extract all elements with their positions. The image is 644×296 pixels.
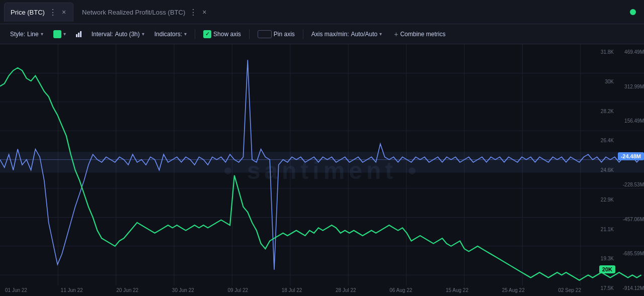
color-picker[interactable]: ▾ — [49, 28, 70, 40]
y-left-7: 19.3K — [586, 256, 614, 261]
nrpl-badge: -24.48M — [618, 152, 644, 160]
tab-nrpl-menu-icon[interactable]: ⋮ — [188, 7, 198, 18]
y-right-6: -685.59M — [615, 251, 644, 256]
axis-maxmin-chevron: ▾ — [379, 31, 382, 37]
tab-nrpl-label: Network Realized Profit/Loss (BTC) — [82, 9, 185, 16]
toolbar: Style: Line ▾ ▾ Interval: Auto (3h) ▾ In… — [0, 24, 644, 44]
tab-nrpl-btc[interactable]: Network Realized Profit/Loss (BTC) ⋮ × — [75, 3, 214, 22]
app-container: Price (BTC) ⋮ × Network Realized Profit/… — [0, 0, 644, 296]
x-label-10: 02 Sep 22 — [558, 287, 581, 293]
tab-nrpl-close-icon[interactable]: × — [201, 7, 207, 17]
y-left-1: 30K — [586, 79, 614, 84]
y-left-8: 17.5K — [586, 285, 614, 291]
y-axis-left: 31.8K 30K 28.2K 26.4K 24.6K 22.9K 21.1K … — [586, 44, 614, 296]
tab-price-label: Price (BTC) — [11, 9, 45, 16]
y-left-2: 28.2K — [586, 109, 614, 114]
y-left-6: 21.1K — [586, 227, 614, 232]
toolbar-divider-3 — [303, 29, 303, 39]
y-axis-right: 469.49M 312.99M 156.49M -228.53M -457.06… — [615, 44, 644, 296]
tab-close-icon[interactable]: × — [61, 7, 67, 17]
tab-bar: Price (BTC) ⋮ × Network Realized Profit/… — [0, 0, 644, 24]
x-label-0: 01 Jun 22 — [5, 287, 27, 293]
x-label-2: 20 Jun 22 — [116, 287, 138, 293]
axis-maxmin-selector[interactable]: Axis max/min: Auto/Auto ▾ — [307, 29, 386, 40]
price-badge: 20K — [599, 265, 615, 273]
combine-metrics-label: Combine metrics — [400, 31, 445, 38]
interval-icon — [76, 31, 82, 37]
plus-icon: + — [394, 30, 398, 38]
axis-maxmin-value: Auto/Auto — [351, 31, 378, 38]
pin-axis-container[interactable]: Pin axis — [254, 28, 299, 40]
y-right-0: 469.49M — [615, 49, 644, 55]
show-axis-checkbox[interactable]: ✓ — [203, 30, 211, 38]
y-right-2: 156.49M — [615, 118, 644, 124]
color-swatch — [53, 30, 61, 38]
toolbar-divider-1 — [195, 29, 195, 39]
y-right-7: -914.12M — [615, 285, 644, 291]
x-label-9: 25 Aug 22 — [502, 287, 525, 293]
y-left-5: 22.9K — [586, 197, 614, 203]
show-axis-toggle[interactable]: ✓ Show axis — [199, 28, 245, 40]
indicators-chevron: ▾ — [184, 31, 187, 37]
y-right-1: 312.99M — [615, 84, 644, 89]
interval-chevron: ▾ — [142, 31, 144, 37]
axis-maxmin-label: Axis max/min: — [311, 31, 349, 38]
toolbar-divider-2 — [249, 29, 250, 39]
chart-area: • santiment • — [0, 44, 644, 296]
x-axis: 01 Jun 22 11 Jun 22 20 Jun 22 30 Jun 22 … — [0, 284, 586, 296]
y-right-5: -457.06M — [615, 217, 644, 222]
y-left-0: 31.8K — [586, 49, 614, 55]
bar2 — [78, 33, 79, 37]
x-label-4: 09 Jul 22 — [227, 287, 248, 293]
tab-menu-icon[interactable]: ⋮ — [48, 7, 58, 18]
indicators-label: Indicators: — [154, 31, 182, 38]
show-axis-label: Show axis — [213, 31, 241, 38]
interval-label: Interval: — [92, 31, 113, 38]
style-value: Line — [27, 31, 39, 38]
x-label-1: 11 Jun 22 — [61, 287, 83, 293]
x-label-8: 15 Aug 22 — [446, 287, 468, 293]
color-chevron: ▾ — [63, 31, 66, 37]
y-left-3: 26.4K — [586, 138, 614, 143]
chart-svg — [0, 44, 644, 296]
x-label-3: 30 Jun 22 — [172, 287, 194, 293]
interval-selector[interactable]: Interval: Auto (3h) ▾ — [88, 29, 148, 40]
style-label: Style: — [10, 31, 25, 38]
y-right-4: -228.53M — [615, 182, 644, 187]
x-label-5: 18 Jul 22 — [282, 287, 302, 293]
interval-value: Auto (3h) — [115, 31, 139, 38]
pin-axis-checkbox[interactable] — [258, 30, 272, 38]
y-left-4: 24.6K — [586, 167, 614, 173]
style-chevron: ▾ — [41, 31, 43, 37]
interval-icon-btn[interactable] — [72, 29, 86, 39]
x-label-6: 28 Jul 22 — [336, 287, 356, 293]
style-selector[interactable]: Style: Line ▾ — [6, 29, 47, 40]
combine-metrics-btn[interactable]: + Combine metrics — [390, 28, 449, 40]
bar3 — [80, 31, 82, 37]
x-label-7: 06 Aug 22 — [389, 287, 412, 293]
svg-rect-19 — [0, 152, 644, 173]
tab-price-btc[interactable]: Price (BTC) ⋮ × — [4, 3, 73, 22]
bar1 — [76, 34, 77, 37]
indicators-selector[interactable]: Indicators: ▾ — [150, 29, 191, 40]
pin-axis-label: Pin axis — [274, 31, 295, 38]
status-dot — [630, 9, 636, 15]
